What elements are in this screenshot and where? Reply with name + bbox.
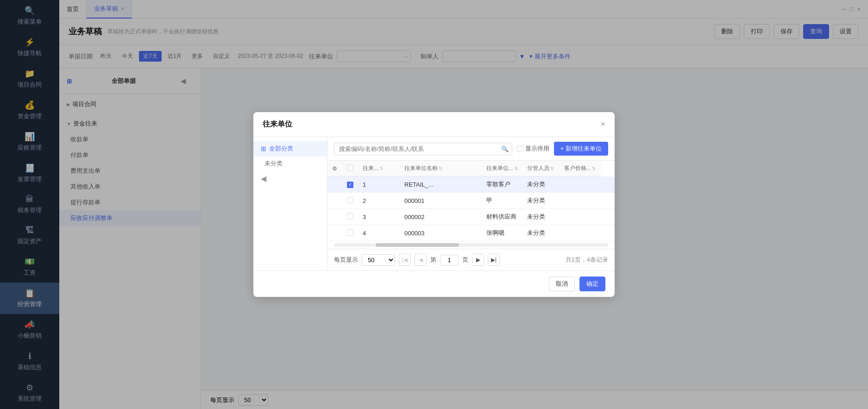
page-label: 页 — [462, 256, 468, 264]
row-setting-1 — [327, 176, 342, 193]
dialog-toolbar: 🔍 显示停用 + 新增往来单位 — [327, 137, 615, 161]
row-no-2: 2 — [358, 193, 400, 209]
dialog-search-input[interactable] — [334, 143, 512, 155]
table-row[interactable]: 4 000003 张啊嗯 未分类 — [327, 225, 615, 241]
row-no-4: 4 — [358, 225, 400, 241]
dialog-categories: ⊞ 全部分类 未分类 ◀ — [253, 137, 327, 271]
show-disabled-checkbox[interactable] — [517, 145, 523, 152]
dialog-title: 往来单位 — [263, 120, 292, 129]
row-no-1: 1 — [358, 176, 400, 193]
row-checkbox-3[interactable] — [347, 213, 353, 220]
dialog-table: ⚙ 往来...⇅ 往来单位名称⇅ — [327, 161, 615, 241]
dialog-category-all-label: 全部分类 — [269, 145, 293, 153]
dialog-body: ⊞ 全部分类 未分类 ◀ 🔍 — [253, 137, 615, 271]
dialog-pagination: 每页显示 50 10 20 100 |◀ ◀ 第 页 ▶ ▶| 共1页，4条记录 — [327, 249, 615, 271]
table-row[interactable]: 2 000001 甲 未分类 — [327, 193, 615, 209]
dialog-right: 🔍 显示停用 + 新增往来单位 ⚙ — [327, 137, 615, 271]
row-setting-3 — [327, 209, 342, 225]
add-counterpart-button[interactable]: + 新增往来单位 — [554, 142, 608, 156]
row-person-3 — [560, 209, 601, 225]
modal-overlay[interactable]: 往来单位 × ⊞ 全部分类 未分类 ◀ — [0, 0, 868, 409]
cancel-button[interactable]: 取消 — [549, 277, 575, 291]
dialog-category-all[interactable]: ⊞ 全部分类 — [253, 141, 327, 157]
dialog-collapse-button[interactable]: ◀ — [253, 170, 327, 187]
dialog-footer: 取消 确定 — [253, 271, 615, 297]
dialog-counterpart: 往来单位 × ⊞ 全部分类 未分类 ◀ — [253, 112, 615, 297]
table-header-row: ⚙ 往来...⇅ 往来单位名称⇅ — [327, 161, 615, 176]
row-setting-2 — [327, 193, 342, 209]
row-type-3: 未分类 — [522, 209, 560, 225]
header-checkbox[interactable] — [347, 164, 353, 171]
row-person-4 — [560, 225, 601, 241]
dialog-close-button[interactable]: × — [600, 120, 605, 129]
page-num-label: 第 — [430, 256, 436, 264]
table-row[interactable]: ✓ 1 RETAIL_... 零散客户 未分类 — [327, 176, 615, 193]
row-name-2: 甲 — [482, 193, 522, 209]
col-header-price[interactable]: 客户价格...⇅ — [560, 161, 601, 176]
row-checkbox-1[interactable]: ✓ — [347, 182, 353, 188]
sort-icon-type: ⇅ — [514, 166, 518, 171]
page-size-select[interactable]: 50 10 20 100 — [362, 254, 395, 266]
sort-icon-name: ⇅ — [439, 166, 442, 171]
pager-first-btn[interactable]: |◀ — [399, 254, 411, 266]
row-price-1 — [601, 176, 615, 193]
scroll-track — [334, 243, 608, 247]
pager-prev-btn[interactable]: ◀ — [415, 254, 427, 266]
col-header-type[interactable]: 往来单位...⇅ — [482, 161, 522, 176]
col-header-code[interactable]: 往来...⇅ — [358, 161, 400, 176]
col-header-setting[interactable]: ⚙ — [327, 161, 342, 176]
row-check-1[interactable]: ✓ — [342, 176, 358, 193]
row-checkbox-2[interactable] — [347, 197, 353, 203]
sort-icon-person: ⇅ — [550, 166, 554, 171]
row-name-1: 零散客户 — [482, 176, 522, 193]
row-code-3: 000002 — [400, 209, 482, 225]
search-wrap: 🔍 — [334, 143, 512, 155]
row-setting-4 — [327, 225, 342, 241]
row-name-3: 材料供应商 — [482, 209, 522, 225]
page-size-label: 每页显示 — [334, 256, 358, 264]
scroll-thumb[interactable] — [376, 243, 459, 247]
row-checkbox-4[interactable] — [347, 229, 353, 236]
row-type-2: 未分类 — [522, 193, 560, 209]
row-check-2[interactable] — [342, 193, 358, 209]
col-header-name[interactable]: 往来单位名称⇅ — [400, 161, 482, 176]
category-grid-icon: ⊞ — [261, 145, 266, 152]
row-name-4: 张啊嗯 — [482, 225, 522, 241]
row-check-3[interactable] — [342, 209, 358, 225]
page-total: 共1页，4条记录 — [566, 256, 608, 264]
row-person-2 — [560, 193, 601, 209]
col-header-person[interactable]: 分管人员⇅ — [522, 161, 560, 176]
row-price-4 — [601, 225, 615, 241]
pager-last-btn[interactable]: ▶| — [488, 254, 500, 266]
sort-icon-price: ⇅ — [592, 166, 596, 171]
confirm-button[interactable]: 确定 — [579, 277, 605, 291]
row-code-4: 000003 — [400, 225, 482, 241]
pager-next-btn[interactable]: ▶ — [472, 254, 484, 266]
dialog-category-unsorted[interactable]: 未分类 — [253, 157, 327, 170]
dialog-table-wrap: ⚙ 往来...⇅ 往来单位名称⇅ — [327, 161, 615, 241]
row-no-3: 3 — [358, 209, 400, 225]
row-price-3 — [601, 209, 615, 225]
dialog-header: 往来单位 × — [253, 112, 615, 137]
show-disabled-label[interactable]: 显示停用 — [517, 145, 549, 153]
sort-icon-code: ⇅ — [379, 166, 383, 171]
search-icon-button[interactable]: 🔍 — [501, 145, 509, 152]
row-price-2 — [601, 193, 615, 209]
row-code-1: RETAIL_... — [400, 176, 482, 193]
row-type-4: 未分类 — [522, 225, 560, 241]
page-input[interactable] — [440, 255, 459, 265]
row-person-1 — [560, 176, 601, 193]
row-code-2: 000001 — [400, 193, 482, 209]
row-type-1: 未分类 — [522, 176, 560, 193]
table-row[interactable]: 3 000002 材料供应商 未分类 — [327, 209, 615, 225]
col-header-check[interactable] — [342, 161, 358, 176]
row-check-4[interactable] — [342, 225, 358, 241]
